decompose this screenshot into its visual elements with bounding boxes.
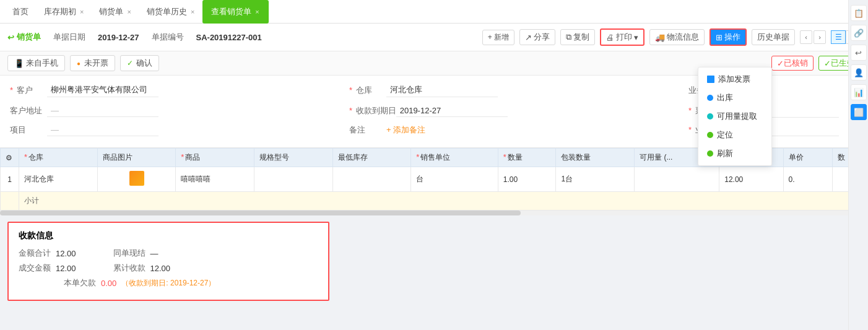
payment-date-value[interactable]: 2019-12-27 (396, 105, 508, 117)
phone-icon: 📱 (14, 59, 24, 68)
operations-button[interactable]: ⊞ 操作 (710, 28, 747, 46)
col-sales-unit: *销售单位 (411, 149, 498, 167)
close-tab-history[interactable]: × (191, 8, 194, 15)
address-value[interactable]: — (47, 105, 158, 117)
tab-inventory-init[interactable]: 库存期初 × (37, 0, 92, 24)
logistics-button[interactable]: 🚚 物流信息 (649, 29, 705, 45)
doc-type-title: ↩ 销货单 (7, 32, 41, 43)
copy-icon: ⧉ (566, 32, 571, 42)
row-current-stock: 12.00 (719, 167, 783, 192)
row-package-qty: 1台 (556, 167, 635, 192)
row-unit-price: 0. (783, 167, 833, 192)
customer-value[interactable]: 柳州粤港平安气体有限公司 (47, 83, 158, 97)
check-icon: ✓ (777, 59, 784, 68)
sidebar-icon-user[interactable]: 👤 (851, 64, 867, 80)
col-min-stock: 最低库存 (332, 149, 411, 167)
row-min-stock (332, 167, 411, 192)
doc-header: ↩ 销货单 单据日期 2019-12-27 单据编号 SA-20191227-0… (0, 24, 868, 51)
history-button[interactable]: 历史单据 (752, 29, 795, 45)
scrollbar-thumb (0, 211, 521, 215)
cumulative-item: 累计收款 12.00 (113, 263, 171, 274)
refresh-icon (707, 150, 713, 157)
col-gear: ⚙ (1, 149, 19, 167)
subtotal-label (1, 192, 19, 211)
grid-icon: ⊞ (716, 33, 723, 42)
add-invoice-item[interactable]: 添加发票 (698, 70, 771, 89)
col-warehouse: *仓库 (19, 149, 98, 167)
date-label: 单据日期 (53, 32, 85, 43)
locate-icon (707, 132, 713, 138)
doc-meta: 单据日期 2019-12-27 单据编号 SA-20191227-001 (53, 32, 262, 43)
doc-actions: + 新增 ↗ 分享 ⧉ 复制 🖨 打印 ▾ 🚚 物流信息 ⊞ 操作 (482, 28, 861, 46)
share-icon: ↗ (525, 33, 532, 42)
row-warehouse: 河北仓库 (19, 167, 98, 192)
tab-sales-order[interactable]: 销货单 × (92, 0, 139, 24)
from-phone-button[interactable]: 📱 来自手机 (7, 55, 65, 71)
refresh-item[interactable]: 刷新 (698, 144, 771, 163)
outbound-icon (707, 95, 713, 101)
close-tab-inventory[interactable]: × (80, 8, 84, 15)
sidebar-icon-chart[interactable]: 📊 (851, 84, 867, 100)
col-package-qty: 包装数量 (556, 149, 635, 167)
summary-box: 收款信息 金额合计 12.00 同单现结 — 成交金额 12.00 累计收款 1… (7, 222, 329, 301)
address-field: 客户地址 — (10, 105, 349, 117)
subtotal-spacer: 小计 (19, 192, 868, 211)
not-open-ticket-button[interactable]: 未开票 (70, 55, 115, 71)
list-view-button[interactable]: ☰ (831, 30, 846, 44)
tab-home[interactable]: 首页 (5, 0, 37, 24)
summary-row-2: 成交金额 12.00 累计收款 12.00 (19, 263, 318, 274)
sidebar-icon-return[interactable]: ↩ (851, 45, 867, 61)
summary-row-3: 本单欠款 0.00 （收款到期日: 2019-12-27） (19, 277, 318, 289)
available-qty-item[interactable]: 可用量提取 (698, 107, 771, 126)
table-scrollbar[interactable] (0, 211, 868, 215)
row-num: 1 (1, 167, 19, 192)
sidebar-icon-link[interactable]: 🔗 (851, 25, 867, 41)
payment-date-field: * 收款到期日 2019-12-27 (349, 105, 688, 117)
nav-arrows: ‹ › (800, 30, 826, 44)
summary-row-1: 金额合计 12.00 同单现结 — (19, 248, 318, 259)
outbound-item[interactable]: 出库 (698, 89, 771, 107)
new-button[interactable]: + 新增 (482, 30, 514, 45)
doc-icon: ↩ (7, 33, 14, 42)
print-dropdown-arrow: ▾ (634, 33, 638, 42)
close-tab-sales[interactable]: × (127, 8, 131, 15)
summary-title: 收款信息 (19, 230, 318, 241)
amount-total-item: 金额合计 12.00 (19, 248, 76, 259)
col-spec: 规格型号 (254, 149, 333, 167)
operations-dropdown: 添加发票 出库 可用量提取 定位 刷新 (698, 67, 772, 166)
check-icon2: ✓ (824, 59, 831, 68)
prev-button[interactable]: ‹ (800, 30, 812, 44)
tab-view-sales[interactable]: 查看销货单 × (202, 0, 268, 24)
print-icon: 🖨 (606, 33, 614, 42)
number-label: 单据编号 (152, 32, 184, 43)
print-button[interactable]: 🖨 打印 ▾ (600, 28, 644, 46)
tab-sales-history[interactable]: 销货单历史 × (139, 0, 202, 24)
date-value: 2019-12-27 (98, 33, 139, 42)
project-value[interactable]: — (47, 124, 158, 136)
warehouse-field: * 仓库 河北仓库 (349, 83, 688, 97)
sidebar-icon-clipboard[interactable]: 📋 (851, 5, 867, 21)
logistics-icon: 🚚 (655, 33, 665, 42)
share-button[interactable]: ↗ 分享 (519, 29, 555, 45)
row-sales-unit: 台 (411, 167, 498, 192)
add-note-button[interactable]: + 添加备注 (386, 124, 425, 136)
row-product-img (97, 167, 176, 192)
deal-amount-item: 成交金额 12.00 (19, 263, 76, 274)
row-spec (254, 167, 333, 192)
next-button[interactable]: › (814, 30, 826, 44)
warehouse-value[interactable]: 河北仓库 (386, 83, 498, 97)
col-product-img: 商品图片 (97, 149, 176, 167)
row-available (635, 167, 719, 192)
cancelled-badge: ✓ 已核销 (771, 56, 814, 71)
tab-bar: 首页 库存期初 × 销货单 × 销货单历史 × 查看销货单 × × (0, 0, 868, 24)
locate-item[interactable]: 定位 (698, 126, 771, 144)
sidebar-icon-expand[interactable]: ⬜ (851, 104, 867, 120)
confirm-button[interactable]: 确认 (120, 55, 159, 71)
col-product: *商品 (176, 149, 254, 167)
row-product: 嘻嘻嘻嘻 (176, 167, 254, 192)
close-tab-view-sales[interactable]: × (255, 8, 259, 15)
add-invoice-icon (707, 76, 714, 83)
copy-button[interactable]: ⧉ 复制 (560, 29, 595, 45)
subtotal-row: 小计 (1, 192, 868, 211)
note-field: 备注 + 添加备注 (349, 124, 688, 136)
